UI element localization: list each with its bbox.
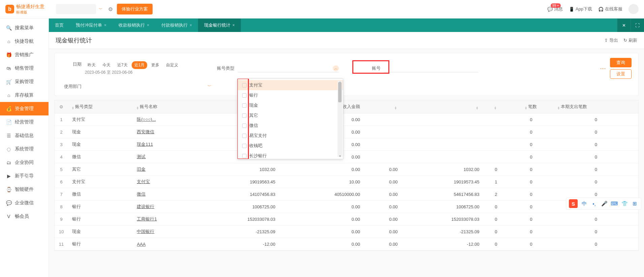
nav-item-基础信息[interactable]: ☰基础信息	[0, 129, 49, 142]
dropdown-option[interactable]: 收钱吧	[237, 141, 343, 151]
col-header[interactable]: ▴▾	[483, 100, 509, 113]
ime-punct-icon[interactable]: •,	[590, 200, 598, 207]
tab-收款核销执行[interactable]: 收款核销执行×	[112, 19, 155, 32]
dropdown-option[interactable]: 长沙银行	[237, 151, 343, 159]
nav-item-系统管理[interactable]: ◌系统管理	[0, 142, 49, 156]
nav-item-畅会员[interactable]: V畅会员	[0, 210, 49, 223]
account-name-link[interactable]: 西安微信	[137, 129, 154, 134]
close-icon[interactable]: ×	[147, 23, 149, 28]
nav-item-企业微信[interactable]: 💬企业微信	[0, 196, 49, 210]
account-name-link[interactable]: 中国银行	[137, 229, 154, 234]
close-icon[interactable]: ×	[232, 23, 235, 28]
account-name-link[interactable]: 建设银行	[137, 204, 154, 209]
tab-现金银行统计[interactable]: 现金银行统计×	[198, 19, 241, 32]
sort-icon[interactable]: ▴▾	[395, 106, 396, 109]
date-btn-近1月[interactable]: 近1月	[132, 61, 148, 69]
sort-icon[interactable]: ▴▾	[476, 106, 478, 109]
dropdown-option[interactable]: 其它	[237, 110, 343, 120]
account-type-input[interactable]	[238, 64, 339, 72]
col-header[interactable]: ▴▾账号类型	[68, 100, 133, 113]
date-btn-更多[interactable]: 更多	[149, 61, 162, 69]
ime-toolbox-icon[interactable]: ⊞	[631, 200, 638, 207]
message-button[interactable]: 💬 消息 99 +	[547, 6, 563, 12]
checkbox[interactable]	[242, 154, 247, 158]
col-header[interactable]: ▴▾账号名称	[133, 100, 197, 113]
date-btn-近7天[interactable]: 近7天	[115, 61, 130, 69]
sort-icon[interactable]: ▴▾	[137, 106, 138, 109]
gear-icon[interactable]: ⚙	[108, 6, 113, 12]
account-input[interactable]	[384, 64, 478, 72]
date-btn-自定义[interactable]: 自定义	[163, 61, 181, 69]
nav-item-营销推广[interactable]: 🎁营销推广	[0, 48, 49, 62]
account-name-link[interactable]: 支付宝	[137, 179, 150, 184]
checkbox[interactable]	[242, 134, 247, 138]
more-filters-button[interactable]: ⋯	[600, 65, 607, 72]
dept-select[interactable]: ﹀	[85, 82, 213, 91]
checkbox[interactable]	[242, 144, 247, 148]
ime-mic-icon[interactable]: 🎤	[601, 200, 608, 207]
account-name-link[interactable]: 陈(○○○)...	[137, 117, 156, 122]
sort-icon[interactable]: ▴▾	[72, 106, 74, 109]
account-name-link[interactable]: 微信	[137, 192, 146, 197]
nav-item-新手引导[interactable]: ▶新手引导	[0, 169, 49, 183]
tab-expand-button[interactable]: ⛶	[631, 19, 644, 32]
avatar[interactable]	[629, 4, 639, 14]
nav-item-经营管理[interactable]: 📄经营管理	[0, 115, 49, 129]
date-btn-今天[interactable]: 今天	[100, 61, 113, 69]
dropdown-option[interactable]: 现金	[237, 100, 343, 110]
account-name-link[interactable]: 旧金	[137, 167, 146, 172]
online-service-button[interactable]: 🎧 在线客服	[598, 6, 622, 12]
checkbox[interactable]	[242, 124, 247, 128]
col-header[interactable]: ▴▾	[364, 100, 402, 113]
tab-close-all-button[interactable]: ✕	[617, 19, 631, 32]
company-selector[interactable]: ﹀ ⚙	[56, 4, 113, 14]
refresh-button[interactable]: ↻ 刷新	[623, 37, 637, 43]
ime-lang-button[interactable]: 中	[580, 200, 588, 207]
sort-icon[interactable]: ▴▾	[494, 106, 496, 109]
nav-item-资金管理[interactable]: 💰资金管理	[0, 102, 49, 115]
account-name-link[interactable]: AAA	[137, 242, 146, 247]
table-settings-header[interactable]: ⚙	[55, 100, 68, 113]
account-name-link[interactable]: 测试	[137, 154, 146, 159]
date-btn-昨天[interactable]: 昨天	[85, 61, 98, 69]
dropdown-option[interactable]: 微信	[237, 120, 343, 131]
dropdown-option[interactable]: 易宝支付	[237, 131, 343, 141]
ime-keyboard-icon[interactable]: ⌨	[611, 200, 618, 207]
checkbox[interactable]	[242, 83, 247, 88]
close-icon[interactable]: ×	[190, 23, 192, 28]
dropdown-scrollbar[interactable]: ▴ ▾	[337, 81, 342, 157]
nav-item-采购管理[interactable]: 🛒采购管理	[0, 75, 49, 89]
tab-首页[interactable]: 首页	[49, 19, 70, 32]
export-button[interactable]: ⇪ 导出	[604, 37, 618, 43]
tab-付款核销执行[interactable]: 付款核销执行×	[155, 19, 198, 32]
nav-item-搜索菜单[interactable]: 🔍搜索菜单	[0, 21, 49, 35]
col-header[interactable]: ▴▾	[402, 100, 484, 113]
nav-item-智能硬件[interactable]: ⌚智能硬件	[0, 183, 49, 196]
settings-button[interactable]: 设置	[610, 69, 632, 79]
close-icon[interactable]: ×	[104, 23, 106, 28]
sort-icon[interactable]: ▴▾	[558, 106, 559, 109]
dropdown-option[interactable]: 支付宝	[237, 80, 343, 90]
ime-skin-icon[interactable]: 👕	[621, 200, 628, 207]
tab-预付冲应付单[interactable]: 预付冲应付单×	[70, 19, 112, 32]
ime-logo-icon[interactable]: S	[569, 199, 578, 208]
query-button[interactable]: 查询	[610, 58, 632, 67]
checkbox[interactable]	[242, 93, 247, 98]
nav-item-销售管理[interactable]: 🛍销售管理	[0, 62, 49, 75]
scroll-thumb[interactable]	[338, 82, 342, 102]
nav-item-企业协同[interactable]: 🗂企业协同	[0, 156, 49, 169]
nav-item-库存核算[interactable]: ⌂库存核算	[0, 89, 49, 102]
dropdown-option[interactable]: 银行	[237, 90, 343, 100]
col-header[interactable]: ▴▾笔数	[509, 100, 554, 113]
checkbox[interactable]	[242, 103, 247, 108]
nav-item-快捷导航[interactable]: ⌂快捷导航	[0, 35, 49, 48]
sort-icon[interactable]: ▴▾	[525, 106, 527, 109]
col-header[interactable]: ▴▾本期支出笔数	[554, 100, 638, 113]
scroll-down-icon[interactable]: ▾	[337, 153, 342, 158]
app-download-button[interactable]: 📱 App下载	[569, 6, 592, 12]
experience-button[interactable]: 体验行业方案	[117, 4, 153, 14]
checkbox[interactable]	[242, 113, 247, 118]
collapse-icon[interactable]: ︿	[333, 65, 339, 71]
account-name-link[interactable]: 工商银行1	[137, 216, 157, 221]
account-name-link[interactable]: 现金111	[137, 142, 153, 147]
